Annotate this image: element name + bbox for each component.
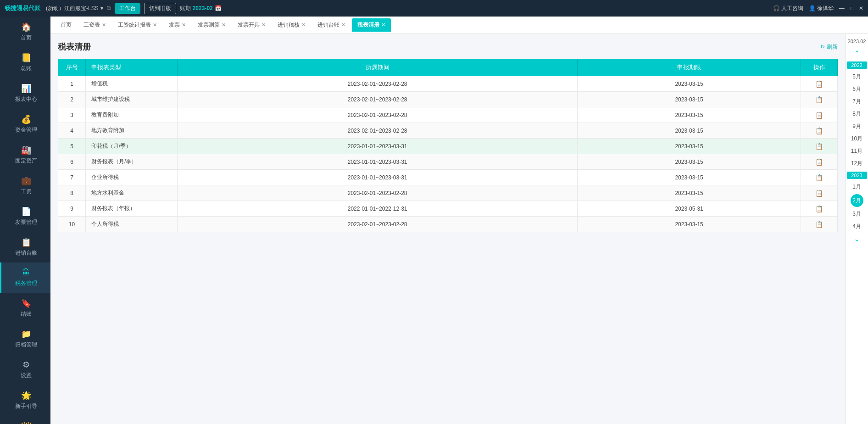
cell-action[interactable]: 📋: [801, 154, 838, 170]
tab-purchase-audit-label: 进销稽核: [278, 21, 300, 29]
month-5[interactable]: 5月: [846, 71, 868, 83]
sidebar-item-payroll[interactable]: 💼 工资: [0, 170, 50, 201]
cell-index: 2: [58, 92, 86, 107]
tab-home[interactable]: 首页: [55, 18, 77, 32]
month-2-active[interactable]: 2月: [851, 194, 863, 207]
tab-invoice-issue-close[interactable]: ✕: [262, 22, 266, 28]
maximize-icon[interactable]: □: [850, 5, 853, 11]
sidebar-item-tax[interactable]: 🏛 税务管理: [0, 262, 50, 293]
refresh-icon: ↻: [820, 44, 825, 50]
month-8[interactable]: 8月: [846, 108, 868, 120]
scroll-up-icon[interactable]: ⌃: [852, 47, 862, 60]
sidebar-item-reports[interactable]: 📊 报表中心: [0, 78, 50, 109]
sidebar-item-settings[interactable]: ⚙ 设置: [0, 354, 50, 385]
cell-action[interactable]: 📋: [801, 76, 838, 92]
scroll-down-icon[interactable]: ⌄: [852, 233, 862, 245]
tab-invoice-issue[interactable]: 发票开具 ✕: [232, 18, 271, 32]
cell-action[interactable]: 📋: [801, 170, 838, 185]
close-icon[interactable]: ✕: [859, 5, 863, 11]
sidebar-item-guide[interactable]: 🌟 新手引导: [0, 385, 50, 416]
sidebar-item-archive[interactable]: 📁 归档管理: [0, 324, 50, 354]
doc-icon[interactable]: 📋: [815, 112, 823, 119]
tab-tax-list-close[interactable]: ✕: [381, 22, 385, 28]
cell-action[interactable]: 📋: [801, 217, 838, 232]
tab-tax-list[interactable]: 税表清册 ✕: [352, 18, 391, 32]
table-row: 10 个人所得税 2023-02-01~2023-02-28 2023-03-1…: [58, 217, 838, 232]
month-7[interactable]: 7月: [846, 95, 868, 108]
doc-icon[interactable]: 📋: [815, 143, 823, 150]
doc-icon[interactable]: 📋: [815, 80, 823, 88]
sidebar-item-fixed-assets[interactable]: 🏭 固定资产: [0, 139, 50, 170]
tab-purchase-audit-close[interactable]: ✕: [301, 22, 306, 28]
cell-type: 企业所得税: [86, 170, 178, 185]
ai-consult[interactable]: 🎧 人工咨询: [773, 5, 803, 12]
tab-invoice[interactable]: 发票 ✕: [163, 18, 191, 32]
doc-icon[interactable]: 📋: [815, 205, 823, 212]
company-selector[interactable]: (勿动）江西服宝-LSS ▾: [46, 5, 103, 12]
user-info[interactable]: 👤 徐泽华: [809, 5, 834, 12]
cell-deadline: 2023-03-15: [578, 170, 801, 185]
cell-action[interactable]: 📋: [801, 185, 838, 201]
cell-period: 2023-01-01~2023-03-31: [178, 170, 578, 185]
doc-icon[interactable]: 📋: [815, 190, 823, 197]
top-bar-right: 🎧 人工咨询 👤 徐泽华 — □ ✕: [773, 5, 863, 12]
month-3[interactable]: 3月: [846, 208, 868, 220]
cell-period: 2023-02-01~2023-02-28: [178, 217, 578, 232]
doc-icon[interactable]: 📋: [815, 127, 823, 134]
sidebar-label-invoice: 发票管理: [15, 218, 37, 226]
page-content: 税表清册 ↻ 刷新 序号 申报表类型 所属期间 申报期限 操作: [50, 34, 868, 424]
cell-action[interactable]: 📋: [801, 107, 838, 123]
cell-deadline: 2023-03-15: [578, 107, 801, 123]
tab-payroll-stats[interactable]: 工资统计报表 ✕: [112, 18, 162, 32]
sidebar-item-home[interactable]: 🏠 首页: [0, 17, 50, 47]
cell-action[interactable]: 📋: [801, 123, 838, 139]
month-1[interactable]: 1月: [846, 181, 868, 193]
tab-invoice-calc-close[interactable]: ✕: [222, 22, 226, 28]
sidebar-item-close[interactable]: 🔖 结账: [0, 293, 50, 324]
cell-action[interactable]: 📋: [801, 92, 838, 107]
sidebar-item-member[interactable]: 👑 畅会员: [0, 416, 50, 424]
doc-icon[interactable]: 📋: [815, 158, 823, 166]
tab-payroll-table[interactable]: 工资表 ✕: [78, 18, 111, 32]
doc-icon[interactable]: 📋: [815, 174, 823, 181]
tab-invoice-close[interactable]: ✕: [182, 22, 186, 28]
app-logo: 畅捷通易代账: [5, 4, 40, 12]
cell-deadline: 2023-03-15: [578, 76, 801, 92]
table-row: 7 企业所得税 2023-01-01~2023-03-31 2023-03-15…: [58, 170, 838, 185]
tab-purchase-audit[interactable]: 进销稽核 ✕: [272, 18, 311, 32]
doc-icon[interactable]: 📋: [815, 221, 823, 228]
table-row: 6 财务报表（月/季） 2023-01-01~2023-03-31 2023-0…: [58, 154, 838, 170]
sidebar-item-funds[interactable]: 💰 资金管理: [0, 109, 50, 139]
refresh-button[interactable]: ↻ 刷新: [820, 43, 838, 51]
month-11[interactable]: 11月: [846, 145, 868, 157]
month-10[interactable]: 10月: [846, 133, 868, 145]
tab-invoice-calc-label: 发票测算: [198, 21, 220, 29]
cell-action[interactable]: 📋: [801, 139, 838, 154]
switch-old-button[interactable]: 切到旧版: [144, 3, 176, 14]
tab-bar: 首页 工资表 ✕ 工资统计报表 ✕ 发票 ✕ 发票测算 ✕ 发票开具 ✕: [50, 17, 868, 34]
doc-icon[interactable]: 📋: [815, 96, 823, 103]
table-row: 9 财务报表（年报） 2022-01-01~2022-12-31 2023-05…: [58, 201, 838, 217]
tab-payroll-table-close[interactable]: ✕: [102, 22, 106, 28]
tab-invoice-calc[interactable]: 发票测算 ✕: [192, 18, 231, 32]
month-6[interactable]: 6月: [846, 83, 868, 95]
copy-icon[interactable]: ⧉: [107, 5, 111, 12]
sidebar-item-ledger[interactable]: 📒 总账: [0, 47, 50, 78]
cell-action[interactable]: 📋: [801, 201, 838, 217]
month-12[interactable]: 12月: [846, 157, 868, 170]
company-dropdown-icon[interactable]: ▾: [100, 5, 103, 11]
workbench-button[interactable]: 工作台: [115, 3, 140, 14]
tab-purchase-ledger[interactable]: 进销台账 ✕: [312, 18, 351, 32]
sidebar-item-purchase-sale[interactable]: 📋 进销台账: [0, 232, 50, 262]
minimize-icon[interactable]: —: [839, 5, 845, 11]
sidebar-item-invoice[interactable]: 📄 发票管理: [0, 201, 50, 232]
tab-purchase-ledger-label: 进销台账: [317, 21, 339, 29]
calendar-icon[interactable]: 📅: [215, 5, 222, 11]
tab-payroll-stats-close[interactable]: ✕: [153, 22, 157, 28]
sidebar-label-settings: 设置: [21, 372, 32, 379]
month-4[interactable]: 4月: [846, 220, 868, 233]
cell-index: 6: [58, 154, 86, 170]
month-9[interactable]: 9月: [846, 120, 868, 133]
cell-type: 财务报表（月/季）: [86, 154, 178, 170]
tab-purchase-ledger-close[interactable]: ✕: [341, 22, 345, 28]
